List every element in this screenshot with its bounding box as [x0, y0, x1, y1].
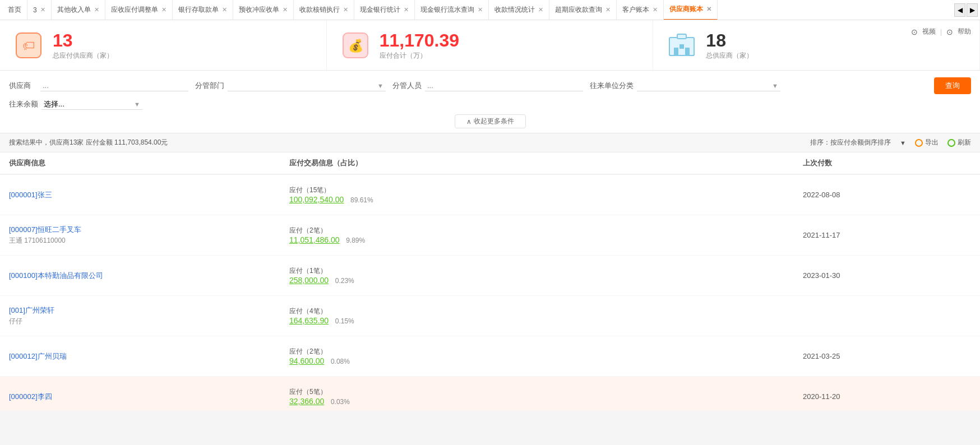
- supplier-payable-icon: 🏷: [13, 30, 44, 61]
- home-label: 首页: [8, 5, 21, 15]
- tx-percent-2: 0.23%: [335, 277, 354, 285]
- collapse-label: 收起更多条件: [474, 117, 514, 126]
- svg-rect-7: [685, 48, 690, 55]
- receipt-stat-label: 收款情况统计: [494, 5, 535, 15]
- filter-person: 分管人员: [392, 80, 583, 91]
- tx-label-3: 应付（4笔）: [289, 307, 803, 316]
- dept-select[interactable]: [228, 80, 386, 91]
- supplier-label: 供应商: [9, 81, 37, 91]
- close-icon[interactable]: ✕: [222, 6, 227, 13]
- tx-percent-3: 0.15%: [335, 317, 354, 325]
- last-pay-4: 2021-03-25: [803, 352, 971, 360]
- table-row: [001]广州荣轩 仔仔 应付（4笔） 164,635.90 0.15%: [0, 296, 980, 336]
- query-button[interactable]: 查询: [934, 77, 971, 94]
- close-icon[interactable]: ✕: [478, 6, 483, 13]
- nav-tab-cash-bank-stat[interactable]: 现金银行统计 ✕: [354, 0, 415, 20]
- last-pay-5: 2020-11-20: [803, 392, 971, 401]
- collapse-button[interactable]: ∧ 收起更多条件: [455, 114, 526, 128]
- export-button[interactable]: 导出: [915, 138, 939, 147]
- nav-prev-button[interactable]: ◀: [954, 3, 965, 17]
- cash-bank-stat-label: 现金银行统计: [360, 5, 400, 15]
- receipt-verify-label: 收款核销执行: [299, 5, 340, 15]
- tx-amount-0[interactable]: 100,092,540.00: [289, 195, 344, 204]
- supplier-info-4: [000012]广州贝瑞: [9, 351, 289, 361]
- supplier-link-4[interactable]: [000012]广州贝瑞: [9, 352, 67, 360]
- nav-tab-ar-ap-adjust[interactable]: 应收应付调整单 ✕: [105, 0, 173, 20]
- close-icon[interactable]: ✕: [40, 6, 45, 13]
- supplier-link-2[interactable]: [000100]本特勤油品有限公司: [9, 271, 103, 280]
- table-row: [000002]李四 应付（5笔） 32,366.00 0.03% 2020-1…: [0, 377, 980, 410]
- supplier-info-0: [000001]张三: [9, 190, 289, 200]
- category-select[interactable]: [637, 80, 780, 91]
- overdue-ar-label: 超期应收款查询: [555, 5, 602, 15]
- result-summary: 搜索结果中，供应商13家 应付金额 111,703,854.00元: [9, 138, 168, 147]
- cash-bank-flow-label: 现金银行流水查询: [420, 5, 474, 15]
- customer-book-label: 客户账本: [622, 5, 649, 15]
- nav-next-button[interactable]: ▶: [967, 3, 978, 17]
- svg-text:🏷: 🏷: [22, 39, 35, 53]
- svg-rect-8: [679, 44, 684, 49]
- tx-info-0: 应付（15笔） 100,092,540.00 89.61%: [289, 186, 803, 204]
- tx-label-2: 应付（1笔）: [289, 266, 803, 276]
- close-icon[interactable]: ✕: [706, 6, 711, 13]
- tx-amount-3[interactable]: 164,635.90: [289, 316, 329, 325]
- supplier-link-1[interactable]: [000007]恒旺二手叉车: [9, 225, 81, 234]
- sort-dropdown-icon[interactable]: ▼: [900, 140, 906, 146]
- nav-tab-home[interactable]: 首页: [2, 0, 27, 20]
- table-row: [000007]恒旺二手叉车 王通 17106110000 应付（2笔） 11,…: [0, 215, 980, 256]
- close-icon[interactable]: ✕: [343, 6, 348, 13]
- supplier-link-3[interactable]: [001]广州荣轩: [9, 306, 54, 314]
- sort-label: 排序：按应付余额倒序排序: [810, 138, 891, 147]
- tx-amount-5[interactable]: 32,366.00: [289, 397, 324, 406]
- filter-category: 往来单位分类 ▼: [590, 80, 780, 91]
- dept-select-wrapper: ▼: [228, 80, 386, 91]
- tx-percent-0: 89.61%: [350, 196, 373, 204]
- video-link[interactable]: 视频: [922, 27, 936, 36]
- tx-amount-4[interactable]: 94,600.00: [289, 356, 324, 365]
- stat-number-1: 13: [53, 30, 113, 51]
- tx-label-0: 应付（15笔）: [289, 186, 803, 195]
- supplier-link-0[interactable]: [000001]张三: [9, 191, 52, 199]
- nav-tab-overdue-ar[interactable]: 超期应收款查询 ✕: [549, 0, 617, 20]
- close-icon[interactable]: ✕: [653, 6, 658, 13]
- help-links: ⊙ 视频 | ⊙ 帮助: [911, 27, 971, 36]
- close-icon[interactable]: ✕: [404, 6, 409, 13]
- close-icon[interactable]: ✕: [605, 6, 611, 13]
- nav-tab-other-income[interactable]: 其他收入单 ✕: [52, 0, 105, 20]
- close-icon[interactable]: ✕: [283, 6, 288, 13]
- table-area: 供应商信息 应付交易信息（占比） 上次付数 [000001]张三 应付（15笔）…: [0, 152, 980, 410]
- close-icon[interactable]: ✕: [538, 6, 543, 13]
- refresh-button[interactable]: 刷新: [947, 138, 971, 147]
- col-header-lastpay: 上次付数: [803, 158, 971, 168]
- nav-tab-prepay-ar[interactable]: 预收冲应收单 ✕: [233, 0, 294, 20]
- person-label: 分管人员: [392, 81, 422, 91]
- last-pay-0: 2022-08-08: [803, 191, 971, 199]
- tx-percent-5: 0.03%: [331, 398, 350, 406]
- nav-tab-customer-book[interactable]: 客户账本 ✕: [617, 0, 664, 20]
- nav-tab-receipt-stat[interactable]: 收款情况统计 ✕: [489, 0, 549, 20]
- tx-label-4: 应付（2笔）: [289, 347, 803, 356]
- refresh-label: 刷新: [958, 138, 971, 147]
- close-icon[interactable]: ✕: [161, 6, 167, 13]
- tx-amount-1[interactable]: 11,051,486.00: [289, 235, 340, 244]
- nav-tab-three[interactable]: 3 ✕: [27, 0, 52, 20]
- tx-amount-2[interactable]: 258,000.00: [289, 276, 329, 285]
- three-label: 3: [33, 6, 37, 14]
- nav-tab-supplier-book[interactable]: 供应商账本 ✕: [664, 0, 718, 20]
- chevron-up-icon: ∧: [466, 118, 471, 126]
- balance-select[interactable]: 选择...: [41, 99, 142, 109]
- supplier-input[interactable]: [40, 80, 188, 91]
- balance-select-wrapper: 选择... ▼: [41, 99, 142, 110]
- circle-play-icon: ⊙: [911, 27, 918, 36]
- filter-area: 供应商 分管部门 ▼ 分管人员 往来单位分类 ▼ 查询: [0, 71, 980, 133]
- filter-row-2: 往来余额 选择... ▼: [9, 99, 971, 110]
- person-input[interactable]: [425, 80, 583, 91]
- nav-tab-cash-bank-flow[interactable]: 现金银行流水查询 ✕: [415, 0, 489, 20]
- supplier-link-5[interactable]: [000002]李四: [9, 392, 52, 401]
- supplier-sub-1: 王通 17106110000: [9, 236, 289, 245]
- help-link[interactable]: 帮助: [958, 27, 971, 36]
- nav-tab-bank[interactable]: 银行存取款单 ✕: [173, 0, 233, 20]
- nav-tab-receipt-verify[interactable]: 收款核销执行 ✕: [294, 0, 354, 20]
- supplier-sub-3: 仔仔: [9, 317, 289, 326]
- close-icon[interactable]: ✕: [94, 6, 99, 13]
